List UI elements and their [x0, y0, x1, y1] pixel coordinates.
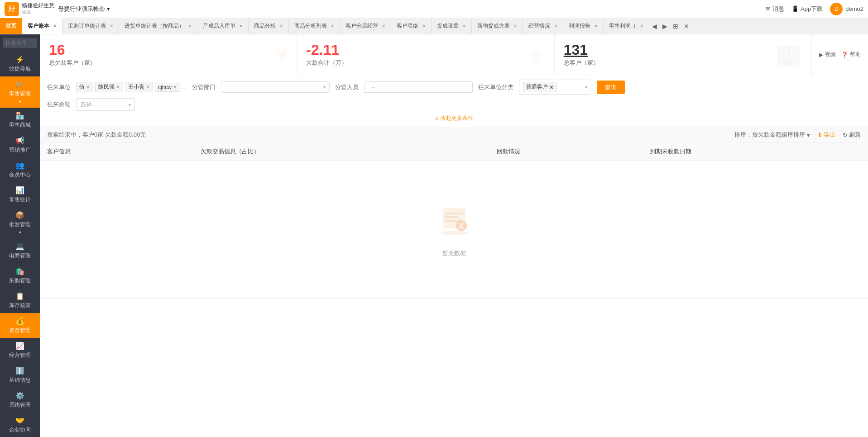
close-icon[interactable]: ✕ [513, 24, 517, 28]
sidebar-item-operations-mgmt[interactable]: 📈 经营管理 [0, 338, 40, 363]
message-icon: ✉ [766, 5, 771, 12]
member-icon: 👥 [15, 161, 24, 170]
close-icon[interactable]: ✕ [331, 24, 334, 28]
more-tags-btn[interactable]: ... [182, 84, 187, 90]
sidebar-item-basic-info[interactable]: ℹ️ 基础信息 [0, 363, 40, 388]
sidebar-item-retail-mall[interactable]: 🏪 零售商城 [0, 108, 40, 133]
svg-point-0 [441, 231, 468, 235]
tab-product-analysis-list[interactable]: 商品分析列表 ✕ [289, 18, 340, 34]
sidebar-item-retail-mgmt[interactable]: 🛒 零售管理 ▾ [0, 76, 40, 108]
svg-rect-3 [445, 216, 459, 218]
tab-customer-contact[interactable]: 客户联络 ✕ [391, 18, 432, 34]
close-icon[interactable]: ✕ [53, 24, 57, 28]
tab-prev-btn[interactable]: ◀ [649, 23, 660, 30]
sidebar-item-enterprise-collab[interactable]: 🤝 企业协同 [0, 413, 40, 437]
query-button[interactable]: 查询 [597, 81, 625, 94]
tab-operations[interactable]: 经营情况 ✕ [523, 18, 563, 34]
sidebar-item-purchase[interactable]: 🛍️ 采购管理 [0, 263, 40, 288]
app-name: 畅捷通好生意 [22, 2, 54, 9]
table-container: 客户信息 欠款交易信息（占比） 回款情况 到期未收款日期 [40, 143, 868, 437]
export-button[interactable]: ⬇ 导出 [817, 131, 835, 139]
dept-label: 分管部门 [192, 83, 216, 91]
collab-icon: 🤝 [15, 416, 24, 425]
close-icon[interactable]: ✕ [549, 84, 554, 90]
video-btn[interactable]: ▶ 视频 [819, 51, 836, 58]
unit-tag-chen: 陈民强 ✕ [95, 82, 123, 92]
col-credit-info: 欠款交易信息（占比） [193, 143, 489, 161]
tab-customer-book[interactable]: 客户账本 ✕ [22, 18, 62, 34]
stat-bg-icon-2: ✦ [527, 42, 545, 67]
close-icon[interactable]: ✕ [462, 24, 466, 28]
tab-product-instock[interactable]: 产成品入库单 ✕ [197, 18, 249, 34]
user-avatar-area[interactable]: D demo2 [830, 3, 863, 15]
sidebar-item-retail-stats[interactable]: 📊 零售统计 [0, 182, 40, 207]
sidebar-item-system[interactable]: ⚙️ 系统管理 [0, 388, 40, 413]
tab-profit-report[interactable]: 利润报告 ✕ [563, 18, 604, 34]
account-selector[interactable]: 母婴行业演示帐套 ▾ [58, 5, 110, 13]
chevron-up-icon: ∧ [435, 115, 439, 122]
chevron-down-icon: ▾ [323, 85, 326, 90]
stat-number-total-customers: 131 [564, 43, 599, 57]
stat-number-credit-customers: 16 [49, 43, 96, 57]
ecommerce-icon: 💻 [15, 242, 24, 251]
sidebar-item-ecommerce[interactable]: 💻 电商管理 [0, 238, 40, 263]
tab-purchase-order[interactable]: 采购订单统计表 ✕ [62, 18, 119, 34]
close-icon[interactable]: ✕ [146, 84, 150, 90]
close-icon[interactable]: ✕ [110, 24, 113, 28]
close-icon[interactable]: ✕ [640, 24, 643, 28]
close-icon[interactable]: ✕ [239, 24, 243, 28]
tab-new-raise[interactable]: 新增提成方案 ✕ [472, 18, 523, 34]
close-icon[interactable]: ✕ [116, 84, 120, 90]
close-icon[interactable]: ✕ [173, 84, 177, 90]
sidebar-item-wholesale[interactable]: 📦 批发管理 ▾ [0, 207, 40, 238]
help-btn[interactable]: ❓ 帮助 [841, 51, 861, 58]
col-repayment: 回款情况 [489, 143, 643, 161]
more-icon: ··· [372, 85, 376, 90]
sidebar-item-member-center[interactable]: 👥 会员中心 [0, 157, 40, 182]
tab-bar: 首页 客户账本 ✕ 采购订单统计表 ✕ 进货单统计表（按商品） ✕ 产成品入库单… [0, 18, 868, 34]
sidebar-item-quick-nav[interactable]: ⚡ 快捷导航 [0, 52, 40, 76]
filter-row-2: 往来余额 选择... ▾ [47, 98, 861, 111]
app-download-btn[interactable]: 📱 App下载 [791, 5, 823, 13]
search-input[interactable] [3, 38, 37, 48]
filter-row-1: 往来单位 伍 ✕ 陈民强 ✕ 王小亮 ✕ cjttcw [47, 80, 861, 95]
collapse-btn[interactable]: ∧ 收起更多条件 [435, 114, 473, 122]
sidebar-item-marketing[interactable]: 📢 营销推广 [0, 133, 40, 157]
department-select[interactable]: ▾ [221, 81, 330, 93]
close-icon[interactable]: ✕ [382, 24, 385, 28]
stat-bg-icon-1: ¥ [276, 42, 288, 67]
close-icon[interactable]: ✕ [86, 84, 90, 90]
tab-incoming-stats[interactable]: 进货单统计表（按商品） ✕ [119, 18, 197, 34]
tab-expand-btn[interactable]: ⊞ [670, 23, 681, 30]
sidebar-item-inventory[interactable]: 📋 库存核算 [0, 288, 40, 313]
tab-next-btn[interactable]: ▶ [660, 23, 670, 30]
sidebar-item-finance[interactable]: 💰 资金管理 [0, 313, 40, 338]
category-select[interactable]: 普通客户 ✕ ▾ [519, 80, 591, 95]
marketing-icon: 📢 [15, 136, 24, 145]
close-icon[interactable]: ✕ [594, 24, 598, 28]
tab-retail-profit[interactable]: 零售利润（ ✕ [604, 18, 649, 34]
empty-icon [436, 201, 472, 244]
balance-select[interactable]: 选择... ▾ [76, 98, 135, 111]
tab-raise-settings[interactable]: 提成设置 ✕ [432, 18, 472, 34]
top-bar: 好 畅捷通好生意 标版 母婴行业演示帐套 ▾ ✉ 消息 📱 App下载 D de… [0, 0, 868, 18]
manager-select[interactable]: ··· [364, 81, 473, 93]
inventory-icon: 📋 [15, 292, 24, 300]
refresh-icon: ↻ [843, 132, 848, 138]
messages-btn[interactable]: ✉ 消息 [766, 5, 784, 13]
tab-customer-tier[interactable]: 客户分层经营 ✕ [340, 18, 391, 34]
tab-close-all-btn[interactable]: ✕ [681, 23, 692, 30]
manager-label: 分管人员 [335, 83, 359, 91]
avatar: D [830, 3, 843, 15]
tab-home[interactable]: 首页 [0, 18, 22, 34]
stat-actions: ▶ 视频 ❓ 帮助 [812, 51, 868, 58]
stat-credit-customers: ¥ 16 总欠款客户（家） [40, 34, 297, 75]
refresh-button[interactable]: ↻ 刷新 [843, 131, 861, 139]
sort-selector[interactable]: 排序：按欠款金额倒序排序 ▾ [734, 131, 810, 139]
close-icon[interactable]: ✕ [554, 24, 557, 28]
close-icon[interactable]: ✕ [279, 24, 283, 28]
close-icon[interactable]: ✕ [188, 24, 192, 28]
purchase-icon: 🛍️ [15, 267, 24, 276]
tab-product-analysis[interactable]: 商品分析 ✕ [249, 18, 289, 34]
close-icon[interactable]: ✕ [422, 24, 426, 28]
